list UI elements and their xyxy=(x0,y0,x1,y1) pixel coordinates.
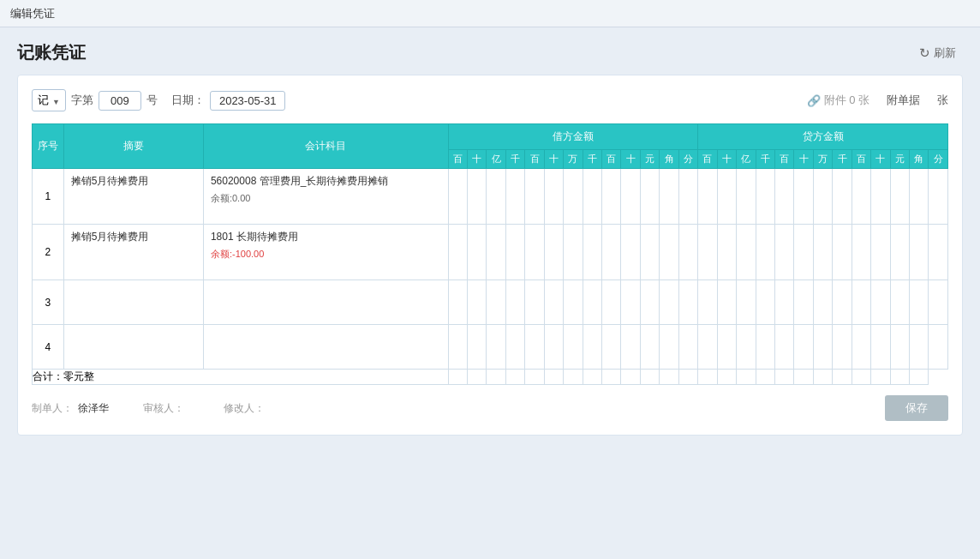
row-1-debit-9[interactable] xyxy=(621,169,640,225)
row-1-credit-3[interactable] xyxy=(756,169,774,225)
row-2-credit-3[interactable] xyxy=(756,225,774,280)
row-2-credit-11[interactable] xyxy=(910,225,929,280)
row-2-debit-8[interactable] xyxy=(602,225,621,280)
row-4-debit-1[interactable] xyxy=(467,325,486,370)
row-3-credit-7[interactable] xyxy=(833,280,852,325)
row-3-debit-5[interactable] xyxy=(544,280,563,325)
row-1-debit-4[interactable] xyxy=(525,169,544,225)
row-2-debit-6[interactable] xyxy=(564,225,583,280)
row-4-debit-5[interactable] xyxy=(544,325,563,370)
row-4-debit-10[interactable] xyxy=(640,325,659,370)
row-2-account[interactable]: 1801 长期待摊费用余额:-100.00 xyxy=(203,225,448,280)
refresh-button[interactable]: 刷新 xyxy=(912,42,963,64)
row-4-debit-9[interactable] xyxy=(621,325,640,370)
row-2-credit-0[interactable] xyxy=(698,225,717,280)
row-1-credit-4[interactable] xyxy=(774,169,793,225)
row-2-debit-5[interactable] xyxy=(544,225,563,280)
row-2-debit-10[interactable] xyxy=(640,225,659,280)
row-1-debit-2[interactable] xyxy=(487,169,505,225)
row-1-credit-5[interactable] xyxy=(794,169,813,225)
row-1-debit-8[interactable] xyxy=(602,169,621,225)
row-4-debit-8[interactable] xyxy=(602,325,621,370)
row-1-credit-1[interactable] xyxy=(717,169,736,225)
row-4-credit-10[interactable] xyxy=(890,325,909,370)
row-3-account[interactable] xyxy=(203,280,448,325)
voucher-number[interactable]: 009 xyxy=(99,91,141,111)
row-3-debit-9[interactable] xyxy=(621,280,640,325)
row-1-credit-7[interactable] xyxy=(833,169,852,225)
row-3-credit-5[interactable] xyxy=(794,280,813,325)
row-1-credit-0[interactable] xyxy=(698,169,717,225)
row-1-debit-12[interactable] xyxy=(678,169,697,225)
row-3-credit-12[interactable] xyxy=(929,280,948,325)
row-3-debit-10[interactable] xyxy=(640,280,659,325)
row-4-credit-11[interactable] xyxy=(910,325,929,370)
row-1-debit-10[interactable] xyxy=(640,169,659,225)
row-3-credit-2[interactable] xyxy=(737,280,756,325)
row-3-debit-7[interactable] xyxy=(583,280,601,325)
row-2-debit-12[interactable] xyxy=(678,225,697,280)
row-2-credit-10[interactable] xyxy=(890,225,909,280)
row-4-debit-4[interactable] xyxy=(525,325,544,370)
attach-single-btn[interactable]: 附单据 xyxy=(887,93,920,108)
row-2-debit-4[interactable] xyxy=(525,225,544,280)
row-3-credit-1[interactable] xyxy=(717,280,736,325)
row-1-credit-2[interactable] xyxy=(737,169,756,225)
row-3-credit-10[interactable] xyxy=(890,280,909,325)
row-3-debit-8[interactable] xyxy=(602,280,621,325)
row-4-debit-11[interactable] xyxy=(660,325,678,370)
row-4-credit-7[interactable] xyxy=(833,325,852,370)
row-3-debit-0[interactable] xyxy=(448,280,467,325)
row-4-credit-12[interactable] xyxy=(929,325,948,370)
row-3-credit-4[interactable] xyxy=(774,280,793,325)
row-2-debit-7[interactable] xyxy=(583,225,601,280)
row-4-debit-0[interactable] xyxy=(448,325,467,370)
row-1-credit-6[interactable] xyxy=(813,169,832,225)
row-3-credit-3[interactable] xyxy=(756,280,774,325)
row-1-credit-10[interactable] xyxy=(890,169,909,225)
row-2-summary[interactable]: 摊销5月待摊费用 xyxy=(63,225,203,280)
row-2-credit-12[interactable] xyxy=(929,225,948,280)
row-2-credit-7[interactable] xyxy=(833,225,852,280)
row-2-credit-8[interactable] xyxy=(852,225,870,280)
row-3-credit-6[interactable] xyxy=(813,280,832,325)
row-2-debit-3[interactable] xyxy=(505,225,524,280)
type-dropdown[interactable]: 记 xyxy=(32,89,66,111)
row-1-debit-5[interactable] xyxy=(544,169,563,225)
row-2-credit-4[interactable] xyxy=(774,225,793,280)
row-2-credit-9[interactable] xyxy=(871,225,890,280)
row-4-credit-2[interactable] xyxy=(737,325,756,370)
row-2-debit-9[interactable] xyxy=(621,225,640,280)
row-1-debit-1[interactable] xyxy=(467,169,486,225)
row-2-debit-11[interactable] xyxy=(660,225,678,280)
row-3-debit-3[interactable] xyxy=(505,280,524,325)
row-4-account[interactable] xyxy=(203,325,448,370)
row-2-credit-2[interactable] xyxy=(737,225,756,280)
date-value[interactable]: 2023-05-31 xyxy=(210,91,286,111)
row-1-debit-6[interactable] xyxy=(564,169,583,225)
row-4-credit-5[interactable] xyxy=(794,325,813,370)
row-1-credit-12[interactable] xyxy=(929,169,948,225)
row-1-credit-11[interactable] xyxy=(910,169,929,225)
row-2-credit-1[interactable] xyxy=(717,225,736,280)
row-1-summary[interactable]: 摊销5月待摊费用 xyxy=(63,169,203,225)
row-4-credit-0[interactable] xyxy=(698,325,717,370)
row-2-debit-2[interactable] xyxy=(487,225,505,280)
row-4-credit-6[interactable] xyxy=(813,325,832,370)
row-3-credit-11[interactable] xyxy=(910,280,929,325)
row-4-credit-3[interactable] xyxy=(756,325,774,370)
row-1-credit-8[interactable] xyxy=(852,169,870,225)
row-4-debit-2[interactable] xyxy=(487,325,505,370)
row-4-summary[interactable] xyxy=(63,325,203,370)
row-4-credit-9[interactable] xyxy=(871,325,890,370)
row-1-credit-9[interactable] xyxy=(871,169,890,225)
row-3-credit-8[interactable] xyxy=(852,280,870,325)
row-3-credit-9[interactable] xyxy=(871,280,890,325)
row-3-debit-6[interactable] xyxy=(564,280,583,325)
row-3-summary[interactable] xyxy=(63,280,203,325)
row-3-debit-4[interactable] xyxy=(525,280,544,325)
row-4-debit-7[interactable] xyxy=(583,325,601,370)
row-2-credit-6[interactable] xyxy=(813,225,832,280)
row-3-debit-11[interactable] xyxy=(660,280,678,325)
row-1-debit-3[interactable] xyxy=(505,169,524,225)
